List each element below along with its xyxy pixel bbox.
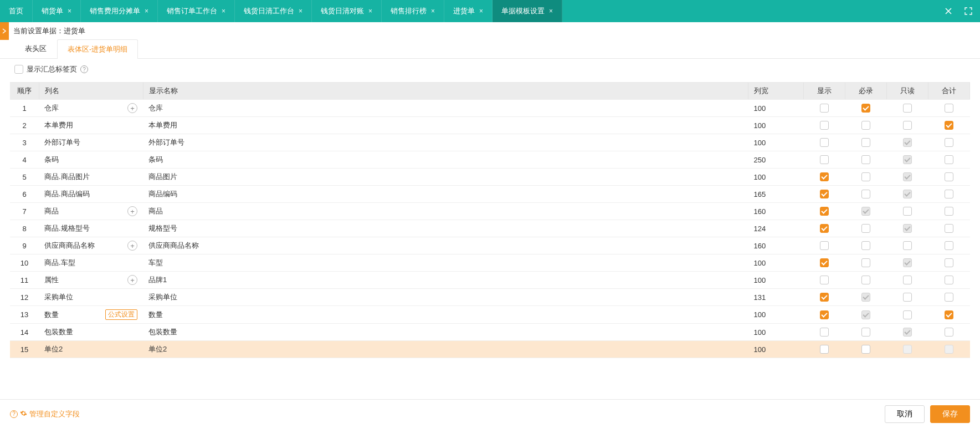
close-icon[interactable]: × <box>549 7 553 15</box>
top-tab-label: 进货单 <box>453 6 475 16</box>
top-tab-label: 销货单 <box>42 6 63 16</box>
top-tab-label: 钱货日清工作台 <box>244 6 294 16</box>
top-tab[interactable]: 首页 <box>0 0 33 22</box>
close-icon[interactable]: × <box>479 7 483 15</box>
top-tab-bar: 首页销货单×销售费用分摊单×销售订单工作台×钱货日清工作台×钱货日清对账×销售排… <box>0 0 980 22</box>
close-all-icon[interactable] <box>941 4 956 18</box>
top-tab[interactable]: 销售费用分摊单× <box>81 0 158 22</box>
top-tab-label: 首页 <box>9 6 23 16</box>
top-tab[interactable]: 销货单× <box>33 0 81 22</box>
close-icon[interactable]: × <box>145 7 148 15</box>
close-icon[interactable]: × <box>222 7 225 15</box>
top-tab-label: 销售订单工作台 <box>167 6 217 16</box>
top-tab[interactable]: 单据模板设置× <box>492 0 562 22</box>
top-tab[interactable]: 销售订单工作台× <box>158 0 235 22</box>
top-tab[interactable]: 进货单× <box>444 0 492 22</box>
close-icon[interactable]: × <box>431 7 435 15</box>
top-tab-label: 销售排行榜 <box>391 6 427 16</box>
top-tab-label: 单据模板设置 <box>501 6 545 16</box>
top-tab-label: 钱货日清对账 <box>321 6 364 16</box>
close-icon[interactable]: × <box>299 7 302 15</box>
top-tab[interactable]: 钱货日清对账× <box>312 0 382 22</box>
top-tab-label: 销售费用分摊单 <box>90 6 140 16</box>
close-icon[interactable]: × <box>368 7 372 15</box>
top-tab[interactable]: 钱货日清工作台× <box>235 0 312 22</box>
top-tab[interactable]: 销售排行榜× <box>382 0 444 22</box>
fullscreen-icon[interactable] <box>961 4 976 18</box>
top-right-controls <box>941 0 980 22</box>
close-icon[interactable]: × <box>68 7 71 15</box>
